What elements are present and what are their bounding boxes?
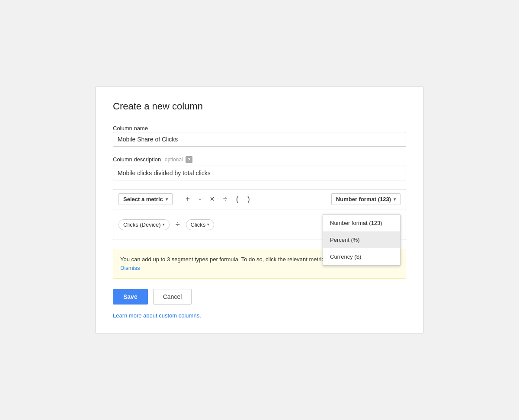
save-button[interactable]: Save bbox=[113, 289, 148, 305]
dropdown-item-number-format[interactable]: Number format (123) bbox=[323, 215, 400, 231]
metric-pill-1[interactable]: Clicks (Device) ▾ bbox=[119, 219, 170, 230]
number-format-dropdown: Number format (123) Percent (%) Currency… bbox=[323, 214, 400, 266]
number-format-container: Number format (123) ▾ Number format (123… bbox=[331, 193, 400, 205]
number-format-label: Number format (123) bbox=[336, 196, 391, 202]
learn-more-link[interactable]: Learn more about custom columns. bbox=[113, 312, 201, 319]
dialog-container: Create a new column Column name Column d… bbox=[95, 87, 424, 333]
dropdown-item-currency[interactable]: Currency ($) bbox=[323, 248, 400, 265]
operator-open-paren-button[interactable]: ( bbox=[232, 193, 243, 205]
select-metric-button[interactable]: Select a metric ▾ bbox=[119, 193, 173, 205]
number-format-button[interactable]: Number format (123) ▾ bbox=[331, 193, 400, 205]
dropdown-item-percent[interactable]: Percent (%) bbox=[323, 231, 400, 248]
column-name-label: Column name bbox=[113, 125, 148, 131]
column-description-optional: optional bbox=[165, 157, 183, 163]
column-description-label: Column description bbox=[113, 156, 161, 163]
number-format-chevron: ▾ bbox=[394, 197, 396, 202]
page-title: Create a new column bbox=[113, 101, 406, 112]
select-metric-chevron: ▾ bbox=[166, 197, 168, 202]
description-help-icon[interactable]: ? bbox=[186, 156, 192, 163]
operator-minus-button[interactable]: - bbox=[194, 193, 205, 205]
metric-2-label: Clicks bbox=[191, 221, 206, 228]
button-row: Save Cancel bbox=[113, 289, 406, 305]
operator-close-paren-button[interactable]: ) bbox=[243, 193, 254, 205]
metric-pill-2[interactable]: Clicks ▾ bbox=[186, 219, 215, 230]
column-name-input[interactable] bbox=[113, 132, 406, 147]
formula-toolbar: Select a metric ▾ + - × ÷ ( ) Number for… bbox=[113, 189, 406, 209]
select-metric-label: Select a metric bbox=[123, 196, 163, 202]
formula-section: Select a metric ▾ + - × ÷ ( ) Number for… bbox=[113, 189, 406, 240]
operator-plus-button[interactable]: + bbox=[181, 193, 195, 205]
operator-divide-button[interactable]: ÷ bbox=[219, 193, 232, 205]
metric-1-chevron: ▾ bbox=[163, 222, 165, 227]
metric-1-label: Clicks (Device) bbox=[123, 221, 161, 228]
metric-2-chevron: ▾ bbox=[207, 222, 209, 227]
operator-multiply-button[interactable]: × bbox=[205, 193, 219, 205]
column-description-input[interactable] bbox=[113, 166, 406, 180]
formula-divide-operator: ÷ bbox=[174, 220, 182, 229]
dismiss-link[interactable]: Dismiss bbox=[120, 265, 140, 271]
cancel-button[interactable]: Cancel bbox=[153, 289, 192, 305]
